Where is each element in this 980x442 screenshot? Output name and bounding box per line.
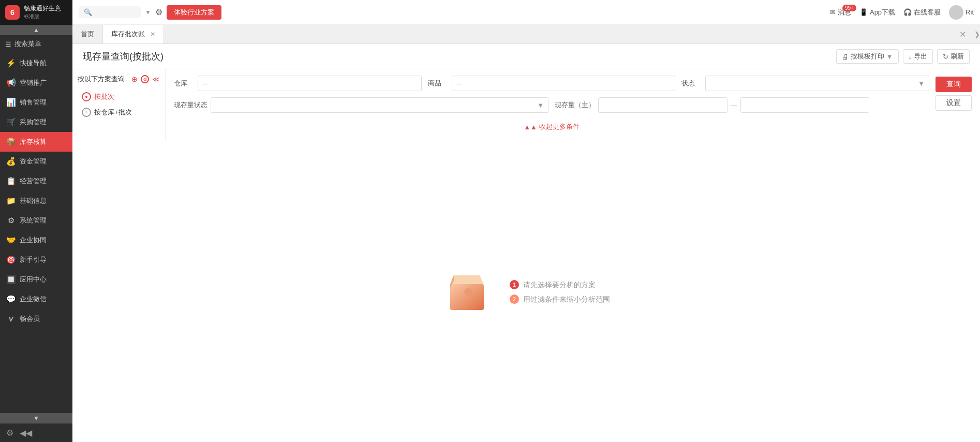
sidebar-item-label: 系统管理 — [20, 216, 47, 225]
add-scheme-icon[interactable]: ⊕ — [131, 75, 138, 83]
tabbar: 首页 库存批次账 ✕ ✕ ❯ — [72, 25, 980, 44]
user-profile-btn[interactable]: Rit — [949, 5, 974, 20]
empty-svg — [442, 266, 494, 318]
query-btn-group: 查询 设置 — [936, 77, 972, 111]
topbar-dropdown-icon[interactable]: ▼ — [145, 9, 151, 16]
sidebar-item-sales[interactable]: 📊 销售管理 — [0, 93, 72, 112]
sidebar-item-system[interactable]: ⚙ 系统管理 — [0, 211, 72, 230]
panel-close-btn[interactable]: ✕ — [953, 30, 972, 39]
sidebar-header: 6 畅康通好生意 标准版 — [0, 0, 72, 25]
sidebar-item-enterprise-wechat[interactable]: 💬 企业微信 — [0, 289, 72, 309]
filter-row-1: 仓库 ··· 商品 ··· — [174, 76, 929, 91]
warehouse-field: 仓库 ··· — [174, 76, 422, 91]
stock-qty-to[interactable] — [740, 97, 870, 113]
sidebar: 6 畅康通好生意 标准版 ▲ ☰ 搜索菜单 ⚡ 快捷导航 📢 营销推广 📊 销售… — [0, 0, 72, 442]
page-actions: 🖨 按模板打印 ▼ ↓ 导出 ↻ 刷新 — [836, 49, 970, 64]
messages-btn[interactable]: ✉ 消息 99+ — [830, 8, 851, 17]
sidebar-item-label: 企业协同 — [20, 235, 47, 245]
collapse-scheme-icon[interactable]: ≪ — [152, 75, 160, 83]
scheme-inactive-icon: ○ — [82, 108, 91, 117]
sidebar-item-label: 畅会员 — [20, 314, 40, 323]
online-service-btn[interactable]: 🎧 在线客服 — [903, 8, 941, 17]
main-area: 🔍 ▼ ⚙ 体验行业方案 ✉ 消息 99+ 📱 App下载 🎧 在线客服 Rit — [72, 0, 980, 442]
sidebar-item-label: 销售管理 — [20, 98, 47, 107]
sidebar-search[interactable]: ☰ 搜索菜单 — [0, 35, 72, 53]
avatar — [949, 5, 963, 20]
sidebar-item-marketing[interactable]: 📢 营销推广 — [0, 73, 72, 93]
sidebar-item-label: 企业微信 — [20, 294, 47, 304]
sidebar-item-finance[interactable]: 💰 资金管理 — [0, 152, 72, 171]
sales-icon: 📊 — [6, 98, 16, 107]
inventory-icon: 📦 — [6, 137, 16, 146]
svg-marker-2 — [450, 275, 484, 284]
scheme-item-batch[interactable]: ● 按批次 — [78, 89, 160, 105]
export-btn[interactable]: ↓ 导出 — [903, 49, 933, 64]
hint-text-1: 请先选择要分析的方案 — [523, 277, 596, 292]
scheme-header: 按以下方案查询 ⊕ ⚙ ≪ — [78, 75, 160, 84]
sidebar-scroll-down[interactable]: ▼ — [0, 413, 72, 423]
sidebar-menu: ⚡ 快捷导航 📢 营销推广 📊 销售管理 🛒 采购管理 📦 库存核算 💰 资金管… — [0, 53, 72, 413]
stock-status-select[interactable]: ▼ — [211, 97, 548, 113]
app-download-btn[interactable]: 📱 App下载 — [859, 8, 895, 17]
finance-icon: 💰 — [6, 157, 16, 166]
sidebar-item-purchase[interactable]: 🛒 采购管理 — [0, 112, 72, 132]
scheme-item-warehouse-batch[interactable]: ○ 按仓库+批次 — [78, 105, 160, 120]
sidebar-item-basic[interactable]: 📁 基础信息 — [0, 191, 72, 211]
stock-qty-from[interactable] — [598, 97, 727, 113]
goods-input[interactable]: ··· — [452, 76, 676, 91]
filter-row-2: 现存量状态 ▼ 现存量（主） — — [174, 97, 929, 113]
settings-btn[interactable]: 设置 — [936, 95, 972, 111]
refresh-btn[interactable]: ↻ 刷新 — [937, 49, 970, 64]
filter-scheme-panel: 按以下方案查询 ⊕ ⚙ ≪ ● 按批次 ○ 按仓库+批次 — [72, 69, 166, 141]
topbar-settings-icon[interactable]: ⚙ — [155, 7, 162, 17]
settings-icon[interactable]: ⚙ — [6, 428, 13, 438]
empty-state: 1 请先选择要分析的方案 2 用过滤条件来缩小分析范围 — [72, 141, 980, 442]
topbar-search-box[interactable]: 🔍 — [79, 6, 141, 18]
sidebar-scroll-up[interactable]: ▲ — [0, 25, 72, 35]
enterprise-wechat-icon: 💬 — [6, 294, 16, 304]
scheme-active-icon: ● — [82, 92, 91, 101]
scheme-title: 按以下方案查询 — [78, 75, 125, 84]
app-download-label: App下载 — [870, 8, 895, 17]
sidebar-toggle-icon[interactable]: ◀◀ — [20, 428, 32, 438]
sidebar-item-newbie[interactable]: 🎯 新手引导 — [0, 250, 72, 270]
status-dropdown-icon: ▼ — [918, 80, 925, 87]
tab-inventory-batch[interactable]: 库存批次账 ✕ — [103, 25, 164, 43]
filter-panel: 按以下方案查询 ⊕ ⚙ ≪ ● 按批次 ○ 按仓库+批次 — [72, 69, 980, 141]
print-btn[interactable]: 🖨 按模板打印 ▼ — [836, 49, 899, 64]
experience-btn[interactable]: 体验行业方案 — [167, 5, 221, 20]
svg-point-4 — [464, 288, 472, 296]
goods-label: 商品 — [428, 79, 449, 88]
tab-home[interactable]: 首页 — [72, 25, 103, 43]
message-icon: ✉ — [830, 8, 836, 16]
system-icon: ⚙ — [6, 216, 16, 225]
status-label: 状态 — [681, 79, 702, 88]
sidebar-item-inventory[interactable]: 📦 库存核算 — [0, 132, 72, 152]
marketing-icon: 📢 — [6, 78, 16, 87]
sidebar-item-vip[interactable]: V 畅会员 — [0, 309, 72, 329]
empty-illustration — [442, 266, 494, 318]
tab-close-btn[interactable]: ✕ — [150, 31, 155, 38]
sidebar-item-quick-nav[interactable]: ⚡ 快捷导航 — [0, 53, 72, 73]
sidebar-item-label: 经营管理 — [20, 176, 47, 186]
status-select[interactable]: ▼ — [705, 76, 929, 91]
collapse-btn[interactable]: ▲▲ 收起更多条件 — [174, 119, 929, 135]
topbar: 🔍 ▼ ⚙ 体验行业方案 ✉ 消息 99+ 📱 App下载 🎧 在线客服 Rit — [72, 0, 980, 25]
filter-fields: 仓库 ··· 商品 ··· — [166, 69, 980, 141]
sidebar-item-operations[interactable]: 📋 经营管理 — [0, 171, 72, 191]
home-tab-label: 首页 — [81, 30, 94, 39]
sidebar-item-enterprise[interactable]: 🤝 企业协同 — [0, 230, 72, 250]
warehouse-input[interactable]: ··· — [198, 76, 422, 91]
scheme-batch-label: 按批次 — [94, 92, 114, 101]
collapse-label: 收起更多条件 — [539, 122, 580, 131]
company-name: 畅康通好生意 — [24, 5, 61, 13]
settings-scheme-icon[interactable]: ⚙ — [141, 75, 149, 83]
scheme-icons: ⊕ ⚙ ≪ — [131, 75, 160, 83]
refresh-icon: ↻ — [943, 53, 948, 61]
basic-icon: 📁 — [6, 196, 16, 205]
app-version: 标准版 — [24, 13, 61, 20]
topbar-left: 🔍 ▼ ⚙ 体验行业方案 — [79, 5, 826, 20]
query-btn[interactable]: 查询 — [936, 77, 972, 92]
panel-expand-btn[interactable]: ❯ — [974, 31, 980, 38]
sidebar-item-app-center[interactable]: 🔲 应用中心 — [0, 270, 72, 289]
